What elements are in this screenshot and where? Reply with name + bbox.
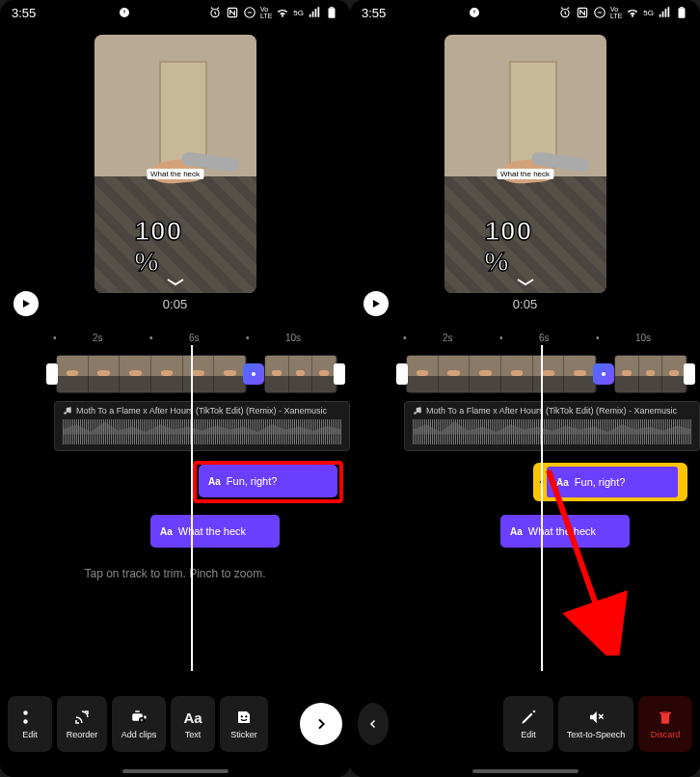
- text-icon: Aa: [160, 526, 173, 537]
- text-clip-fun[interactable]: Aa Fun, right?: [199, 465, 337, 497]
- text-icon: Aa: [510, 526, 523, 537]
- alarm-icon: [208, 6, 222, 19]
- video-clip-2[interactable]: [264, 355, 337, 393]
- video-clip-1[interactable]: [406, 355, 597, 393]
- playhead[interactable]: [541, 345, 543, 671]
- edit-button[interactable]: Edit: [8, 696, 52, 752]
- timeline[interactable]: • 2s • 6s • 10s Moth To: [350, 318, 700, 777]
- audio-clip[interactable]: Moth To a Flame x After Hours (TikTok Ed…: [54, 401, 350, 451]
- signal-icon: [308, 6, 321, 19]
- svg-rect-13: [679, 8, 686, 17]
- text-clip-heck[interactable]: Aa What the heck: [500, 515, 630, 548]
- timeline[interactable]: • 2s • 6s • 10s Moth To: [0, 318, 350, 777]
- dnd-icon: [593, 6, 606, 19]
- audio-track[interactable]: Moth To a Flame x After Hours (TikTok Ed…: [350, 401, 700, 451]
- transition-button[interactable]: [243, 363, 264, 385]
- edit-button[interactable]: Edit: [503, 696, 553, 752]
- 5g-icon: 5G: [293, 9, 304, 17]
- text-icon: Aa: [556, 477, 569, 488]
- text-clip-heck[interactable]: Aa What the heck: [150, 515, 280, 548]
- text-clip-label: What the heck: [178, 525, 246, 537]
- status-bar: 3:55 VoLTE 5G: [350, 0, 700, 25]
- clip-handle-right[interactable]: [684, 363, 695, 385]
- toolbar: Edit Reorder Add clips Aa Text Sticker: [0, 692, 350, 756]
- clip-handle-right[interactable]: [334, 363, 345, 385]
- timestamp: 0:05: [513, 297, 537, 311]
- ruler: • 2s • 6s • 10s: [0, 328, 350, 347]
- nav-indicator: [122, 769, 229, 773]
- audio-title-text: Moth To a Flame x After Hours (TikTok Ed…: [76, 406, 327, 415]
- play-icon: [20, 298, 32, 309]
- preview-area: What the heck 100 % 0:05: [0, 25, 350, 318]
- audio-track[interactable]: Moth To a Flame x After Hours (TikTok Ed…: [0, 401, 350, 451]
- volte-icon: VoLTE: [610, 6, 622, 19]
- text-track-2[interactable]: Aa What the heck: [0, 515, 350, 551]
- svg-point-8: [241, 715, 243, 717]
- text-button[interactable]: Aa Text: [171, 696, 215, 752]
- video-clip-2[interactable]: [614, 355, 687, 393]
- play-button[interactable]: [13, 291, 39, 316]
- chevron-down-icon: [164, 278, 187, 287]
- battery-icon: [675, 6, 688, 19]
- preview-caption: What the heck: [497, 169, 553, 179]
- text-icon: Aa: [208, 476, 221, 487]
- clip-handle-left[interactable]: [46, 363, 58, 385]
- nav-indicator: [472, 769, 579, 773]
- wifi-icon: [276, 6, 289, 19]
- text-track-1[interactable]: Aa Fun, right?: [0, 465, 350, 507]
- waveform: [413, 419, 691, 444]
- reorder-button[interactable]: Reorder: [57, 696, 107, 752]
- transition-button[interactable]: [593, 363, 614, 385]
- hint-text: Tap on track to trim. Pinch to zoom.: [0, 567, 350, 580]
- trash-icon: [657, 709, 674, 726]
- video-preview[interactable]: What the heck 100 %: [444, 35, 606, 293]
- trim-handle-right[interactable]: [678, 469, 684, 495]
- nfc-icon: [576, 6, 589, 19]
- pencil-icon: [520, 709, 537, 726]
- chevron-left-icon: [367, 718, 379, 730]
- playhead[interactable]: [191, 345, 193, 671]
- add-clips-icon: [130, 709, 148, 726]
- reorder-icon: [73, 709, 91, 726]
- chevron-down-icon: [514, 278, 537, 287]
- waveform: [63, 419, 341, 444]
- volte-icon: VoLTE: [260, 6, 272, 19]
- text-track-1[interactable]: Aa Fun, right?: [350, 465, 700, 507]
- status-time: 3:55: [12, 6, 36, 20]
- preview-overlay-text: 100 %: [135, 216, 216, 278]
- selected-clip-wrap[interactable]: Aa Fun, right?: [533, 463, 687, 501]
- sticker-button[interactable]: Sticker: [220, 696, 268, 752]
- svg-rect-4: [330, 7, 334, 8]
- next-button[interactable]: [300, 703, 342, 745]
- music-icon: [413, 406, 422, 415]
- audio-clip[interactable]: Moth To a Flame x After Hours (TikTok Ed…: [404, 401, 700, 451]
- text-track-2[interactable]: Aa What the heck: [350, 515, 700, 551]
- text-icon: Aa: [183, 710, 202, 726]
- status-time: 3:55: [362, 6, 386, 20]
- add-clips-button[interactable]: Add clips: [112, 696, 166, 752]
- audio-title-text: Moth To a Flame x After Hours (TikTok Ed…: [426, 406, 677, 415]
- svg-rect-3: [329, 8, 336, 17]
- svg-rect-14: [680, 7, 684, 8]
- discard-button[interactable]: Discard: [638, 696, 692, 752]
- screen-right: 3:55 VoLTE 5G What the heck 100 % 0:05: [350, 0, 700, 777]
- clip-handle-left[interactable]: [396, 363, 408, 385]
- signal-icon: [658, 6, 671, 19]
- sticker-icon: [235, 709, 253, 726]
- text-clip-label: Fun, right?: [575, 476, 626, 488]
- nfc-icon: [226, 6, 239, 19]
- video-preview[interactable]: What the heck 100 %: [94, 35, 256, 293]
- tts-button[interactable]: Text-to-Speech: [558, 696, 633, 752]
- text-clip-label: Fun, right?: [227, 475, 278, 487]
- text-clip-label: What the heck: [528, 525, 596, 537]
- speaker-muted-icon: [587, 709, 605, 726]
- video-track[interactable]: [0, 353, 350, 395]
- back-button[interactable]: [358, 703, 389, 745]
- text-clip-fun-selected[interactable]: Aa Fun, right?: [547, 467, 678, 497]
- play-button[interactable]: [363, 291, 389, 316]
- timestamp: 0:05: [163, 297, 187, 311]
- video-track[interactable]: [350, 353, 700, 395]
- svg-point-9: [245, 715, 247, 717]
- ruler: • 2s • 6s • 10s: [350, 328, 700, 347]
- video-clip-1[interactable]: [56, 355, 247, 393]
